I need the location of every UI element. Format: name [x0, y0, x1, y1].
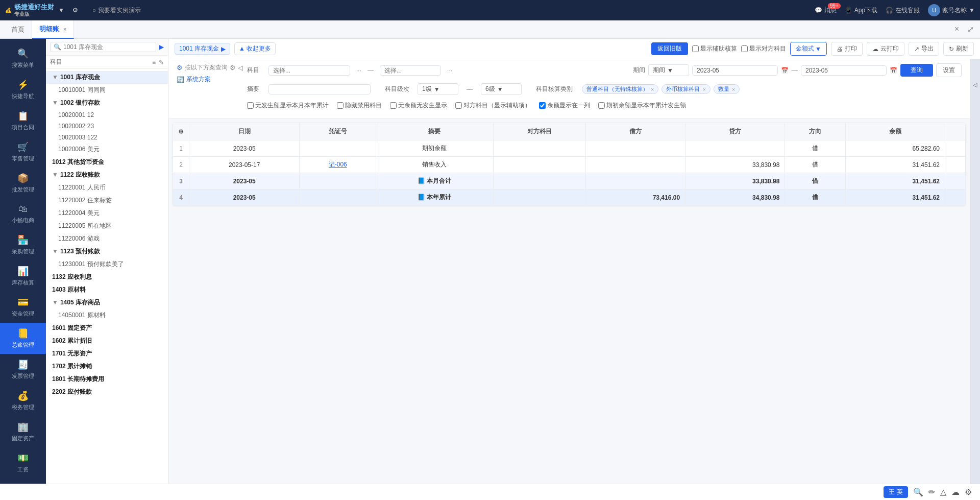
- tree-item-1701[interactable]: 1701 无形资产: [46, 347, 168, 360]
- sidebar-item-fixed-assets[interactable]: 🏢 固定资产: [0, 416, 46, 447]
- tree-item-1702[interactable]: 1702 累计摊销: [46, 360, 168, 373]
- tab-home[interactable]: 首页: [4, 20, 32, 39]
- period-cal-icon2[interactable]: 📅: [890, 67, 897, 74]
- tree-item-1403[interactable]: 1403 原材料: [46, 283, 168, 296]
- sidebar-item-fund[interactable]: 💳 资金管理: [0, 292, 46, 323]
- tag-foreign-remove[interactable]: ×: [702, 86, 705, 92]
- tree-item-1123[interactable]: ▼1123 预付账款: [46, 245, 168, 258]
- summary-input[interactable]: [268, 84, 371, 94]
- cb-no-balance-show-input[interactable]: [390, 102, 397, 109]
- cb-no-balance-show[interactable]: 无余额无发生显示: [390, 101, 447, 110]
- period-type-select[interactable]: 期间 ▼: [648, 64, 689, 76]
- account-search-input[interactable]: [63, 43, 153, 51]
- period-cal-icon[interactable]: 📅: [781, 67, 789, 74]
- tag-common-remove[interactable]: ×: [651, 86, 654, 92]
- tag-foreign[interactable]: 外币核算科目 ×: [662, 84, 710, 94]
- sidebar-item-ledger[interactable]: 📒 总账管理: [0, 323, 46, 354]
- settings-icon[interactable]: ⚙: [68, 7, 82, 14]
- demo-link[interactable]: ○ 我要看实例演示: [92, 6, 141, 15]
- col-settings[interactable]: ⚙: [173, 123, 189, 140]
- global-edit-icon[interactable]: ✏: [928, 487, 935, 497]
- tab-close-icon[interactable]: ×: [63, 26, 66, 32]
- back-old-version-btn[interactable]: 返回旧版: [651, 42, 688, 55]
- sidebar-item-tax[interactable]: 💰 税务管理: [0, 385, 46, 416]
- subject-to-input[interactable]: [380, 65, 441, 76]
- row2-voucher[interactable]: 记-006: [300, 157, 376, 173]
- tag-quantity-remove[interactable]: ×: [732, 86, 735, 92]
- tree-item-1601[interactable]: 1601 固定资产: [46, 322, 168, 335]
- cb-hide-disabled-input[interactable]: [337, 102, 344, 109]
- cb-show-year-begin[interactable]: 期初余额显示本年累计发生额: [598, 101, 686, 110]
- tree-item-1405[interactable]: ▼1405 库存商品: [46, 296, 168, 309]
- period-start-input[interactable]: [692, 65, 778, 76]
- subject-from-input[interactable]: [268, 65, 350, 76]
- user-menu[interactable]: U 账号名称 ▼: [928, 4, 975, 16]
- export-btn[interactable]: ↗ 导出: [909, 42, 939, 56]
- filter-settings-icon[interactable]: ⚙: [230, 64, 236, 72]
- cb-show-year-begin-input[interactable]: [598, 102, 605, 109]
- sidebar-item-ecom[interactable]: 🛍 小畅电商: [0, 199, 46, 229]
- toolbar-list-icon[interactable]: ≡: [152, 59, 156, 66]
- filter-collapse-icon[interactable]: ◁: [238, 64, 243, 72]
- tree-item-11220006[interactable]: 11220006 游戏: [46, 232, 168, 245]
- show-opposite-input[interactable]: [741, 45, 748, 52]
- tab-close-window[interactable]: ×: [952, 23, 961, 35]
- tree-item-11220001[interactable]: 11220001 人民币: [46, 181, 168, 194]
- cb-show-opposite-input[interactable]: [455, 102, 462, 109]
- tree-item-11220004[interactable]: 11220004 美元: [46, 207, 168, 220]
- cloud-print-btn[interactable]: ☁ 云打印: [867, 42, 904, 56]
- cb-hide-disabled[interactable]: 隐藏禁用科目: [337, 101, 382, 110]
- global-cloud-icon[interactable]: △: [940, 487, 946, 497]
- tree-item-10020006[interactable]: 10020006 美元: [46, 143, 168, 156]
- global-cloud2-icon[interactable]: ☁: [951, 487, 960, 497]
- sidebar-item-wholesale[interactable]: 📦 批发管理: [0, 168, 46, 199]
- tree-item-1002[interactable]: ▼1002 银行存款: [46, 97, 168, 109]
- cb-balance-one-col[interactable]: 余额显示在一列: [539, 101, 590, 110]
- tree-item-1602[interactable]: 1602 累计折旧: [46, 335, 168, 347]
- print-btn[interactable]: 🖨 打印: [831, 42, 863, 56]
- tree-item-10020003[interactable]: 10020003 122: [46, 132, 168, 143]
- global-search-icon[interactable]: 🔍: [913, 487, 923, 497]
- global-settings-icon[interactable]: ⚙: [965, 487, 972, 497]
- sidebar-item-purchase[interactable]: 🏪 采购管理: [0, 229, 46, 260]
- show-aux-input[interactable]: [692, 45, 699, 52]
- tree-item-1801[interactable]: 1801 长期待摊费用: [46, 373, 168, 386]
- refresh-btn[interactable]: ↻ 刷新: [943, 42, 974, 56]
- query-btn[interactable]: 查询: [900, 64, 933, 77]
- cb-no-balance-input[interactable]: [247, 102, 254, 109]
- app-download-btn[interactable]: 📱 App下载: [845, 6, 877, 15]
- voucher-link[interactable]: 记-006: [329, 161, 347, 168]
- nav-dropdown[interactable]: ▼: [54, 7, 68, 14]
- sidebar-item-search[interactable]: 🔍 搜索菜单: [0, 43, 46, 74]
- tree-item-14050001[interactable]: 14050001 原材料: [46, 309, 168, 322]
- tree-item-11230001[interactable]: 11230001 预付账款美了: [46, 258, 168, 271]
- cb-no-balance[interactable]: 无发生额显示本月本年累计: [247, 101, 329, 110]
- tree-item-2202[interactable]: 2202 应付账款: [46, 386, 168, 398]
- tree-item-1122[interactable]: ▼1122 应收账款: [46, 169, 168, 181]
- sidebar-item-salary[interactable]: 💵 工资: [0, 447, 46, 479]
- cb-balance-one-col-input[interactable]: [539, 102, 546, 109]
- tree-item-10020002[interactable]: 10020002 23: [46, 121, 168, 132]
- sidebar-item-shortcut[interactable]: ⚡ 快捷导航: [0, 74, 46, 105]
- tab-detail[interactable]: 明细账 ×: [32, 20, 74, 39]
- tree-item-10010001[interactable]: 10010001 同同同: [46, 84, 168, 97]
- tree-item-11220005[interactable]: 11220005 所在地区: [46, 220, 168, 232]
- amount-format-btn[interactable]: 金额式 ▼: [790, 42, 827, 56]
- tree-item-1001[interactable]: ▼1001 库存现金: [46, 71, 168, 84]
- sidebar-item-invoice[interactable]: 🧾 发票管理: [0, 354, 46, 385]
- tag-common[interactable]: 普通科目（无特殊核算） ×: [582, 84, 658, 94]
- tree-item-10020001[interactable]: 10020001 12: [46, 109, 168, 121]
- tab-expand-icon[interactable]: ⤢: [965, 23, 976, 35]
- sidebar-item-project[interactable]: 📋 项目合同: [0, 105, 46, 136]
- online-service-btn[interactable]: 🎧 在线客服: [886, 6, 920, 15]
- level-to-select[interactable]: 6级 ▼: [481, 83, 522, 95]
- period-end-input[interactable]: [801, 65, 887, 76]
- account-nav-next[interactable]: ▶: [159, 43, 164, 51]
- cb-show-opposite[interactable]: 对方科目（显示辅助项）: [455, 101, 531, 110]
- tree-item-1012[interactable]: 1012 其他货币资金: [46, 156, 168, 169]
- show-aux-checkbox[interactable]: 显示辅助核算: [692, 44, 737, 53]
- account-search-box[interactable]: 🔍: [50, 42, 156, 52]
- setting-btn[interactable]: 设置: [936, 63, 962, 77]
- toolbar-edit-icon[interactable]: ✎: [159, 59, 164, 66]
- tag-quantity[interactable]: 数量 ×: [714, 84, 740, 94]
